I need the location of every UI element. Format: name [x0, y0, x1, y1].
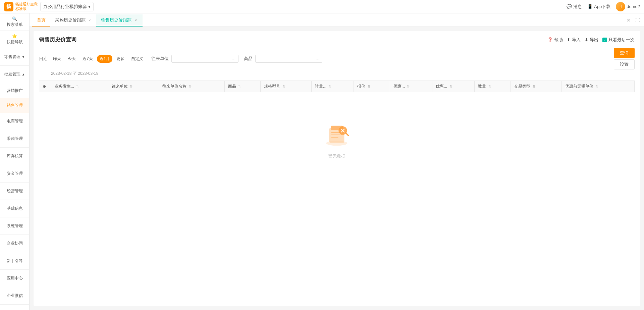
page-actions: ❓ 帮助 ⬆ 导入 ⬇ 导出 ✓ 只看最后一次 — [547, 37, 635, 43]
sidebar-item-membership[interactable]: 畅会员 — [0, 305, 29, 310]
gear-icon[interactable]: ⚙ — [43, 84, 46, 89]
content-area: 首页 采购历史价跟踪 × 销售历史价跟踪 × ✕ ⛶ 销售历史价查询 — [30, 13, 644, 310]
sidebar-item-wechat[interactable]: 企业微信 — [0, 287, 29, 305]
table-col-discount1[interactable]: 优惠... ⇅ — [390, 81, 432, 92]
sidebar-item-wholesale[interactable]: 批发管理 ▲ — [0, 66, 29, 83]
unit-filter-dots-icon[interactable]: ··· — [232, 56, 236, 61]
unit-filter-label: 往来单位 — [151, 56, 169, 62]
close-tab-purchase-icon[interactable]: × — [88, 18, 92, 22]
sidebar-item-enterprise[interactable]: 企业协同 — [0, 235, 29, 252]
table-col-gear[interactable]: ⚙ — [39, 81, 51, 92]
sidebar-item-retail[interactable]: 零售管理 ▼ — [0, 48, 29, 66]
chevron-up-icon: ▲ — [22, 72, 25, 76]
workspace-selector[interactable]: 办公用品行业模拟账套 ▾ — [40, 2, 94, 11]
sidebar-item-sales[interactable]: 销售管理 — [0, 98, 29, 113]
sidebar-item-app-center[interactable]: 应用中心 — [0, 270, 29, 287]
table-col-product[interactable]: 商品 ⇅ — [224, 81, 261, 92]
chevron-down-icon: ▾ — [88, 4, 91, 9]
page-content: 销售历史价查询 ❓ 帮助 ⬆ 导入 ⬇ 导出 — [30, 27, 644, 310]
sort-arrows-icon: ⇅ — [189, 85, 192, 88]
logo-icon: 畅 — [4, 2, 13, 11]
unit-filter-input-wrapper[interactable]: ··· — [171, 55, 238, 63]
sort-arrows-icon: ⇅ — [488, 85, 491, 88]
table-col-unit-code[interactable]: 往来单位 ⇅ — [108, 81, 159, 92]
sort-arrows-icon: ⇅ — [282, 85, 285, 88]
table-col-trade-type[interactable]: 交易类型 ⇅ — [511, 81, 562, 92]
product-filter-input[interactable] — [258, 56, 314, 61]
table-header: ⚙ 业务发生... ⇅ 往来单位 ⇅ 往来单位名称 — [39, 81, 635, 92]
table-col-unit-name[interactable]: 往来单位名称 ⇅ — [159, 81, 224, 92]
logo-area: 畅 畅捷通好生意 标准版 — [4, 2, 38, 11]
sidebar-item-shortcuts[interactable]: ⭐ 快捷导航 — [0, 31, 29, 48]
date-filter-label: 日期 — [39, 56, 48, 62]
unit-filter-input[interactable] — [174, 56, 230, 61]
sort-arrows-icon: ⇅ — [533, 85, 535, 88]
date-option-7days[interactable]: 近7天 — [80, 55, 96, 63]
filter-bar: 日期 昨天 今天 近7天 近1月 更多 自定义 往来单位 — [39, 48, 635, 69]
top-bar-right: 💬 消息 📱 App下载 d demo2 — [567, 2, 640, 11]
sidebar-item-guide[interactable]: 新手引导 — [0, 252, 29, 270]
download-icon: 📱 — [587, 4, 593, 9]
tab-home[interactable]: 首页 — [32, 14, 50, 27]
sidebar-item-marketing[interactable]: 营销推广 — [0, 83, 29, 98]
tab-sales-history[interactable]: 销售历史价跟踪 × — [96, 14, 142, 27]
table-col-pretax-price[interactable]: 优惠前无税单价 ⇅ — [561, 81, 634, 92]
page-title: 销售历史价查询 — [39, 36, 76, 43]
date-options: 昨天 今天 近7天 近1月 更多 自定义 — [50, 55, 146, 63]
sidebar-item-basic-info[interactable]: 基础信息 — [0, 200, 29, 217]
user-profile[interactable]: d demo2 — [616, 2, 640, 11]
help-button[interactable]: ❓ 帮助 — [547, 37, 563, 43]
date-option-more[interactable]: 更多 — [114, 55, 127, 63]
import-icon: ⬆ — [567, 37, 571, 42]
main-layout: 🔍 搜索菜单 ⭐ 快捷导航 零售管理 ▼ 批发管理 ▲ 营销推广 销售管理 电商… — [0, 13, 644, 310]
sort-arrows-icon: ⇅ — [238, 85, 241, 88]
sidebar-item-finance[interactable]: 资金管理 — [0, 165, 29, 183]
download-action[interactable]: 📱 App下载 — [587, 4, 610, 10]
export-button[interactable]: ⬇ 导出 — [585, 37, 598, 43]
sidebar-item-operations[interactable]: 经营管理 — [0, 183, 29, 200]
sidebar: 🔍 搜索菜单 ⭐ 快捷导航 零售管理 ▼ 批发管理 ▲ 营销推广 销售管理 电商… — [0, 13, 30, 310]
sort-arrows-icon: ⇅ — [130, 85, 132, 88]
sort-arrows-icon: ⇅ — [595, 85, 598, 88]
unit-filter-group: 往来单位 ··· — [151, 55, 238, 63]
top-bar-left: 畅 畅捷通好生意 标准版 办公用品行业模拟账套 ▾ — [4, 2, 94, 11]
date-filter-group: 日期 昨天 今天 近7天 近1月 更多 自定义 — [39, 55, 146, 63]
sidebar-item-ecommerce[interactable]: 电商管理 — [0, 113, 29, 130]
top-bar: 畅 畅捷通好生意 标准版 办公用品行业模拟账套 ▾ 💬 消息 📱 App下载 d… — [0, 0, 644, 13]
data-table: ⚙ 业务发生... ⇅ 往来单位 ⇅ 往来单位名称 — [39, 81, 635, 92]
tab-purchase-history[interactable]: 采购历史价跟踪 × — [50, 14, 96, 27]
sidebar-item-system[interactable]: 系统管理 — [0, 217, 29, 235]
product-filter-input-wrapper[interactable]: ··· — [255, 55, 322, 63]
username-label: demo2 — [627, 4, 640, 9]
close-tab-sales-icon[interactable]: × — [133, 18, 138, 22]
table-col-price[interactable]: 报价 ⇅ — [354, 81, 390, 92]
export-icon: ⬇ — [585, 37, 588, 42]
sidebar-item-purchase[interactable]: 采购管理 — [0, 130, 29, 148]
sort-arrows-icon: ⇅ — [449, 85, 452, 88]
date-option-today[interactable]: 今天 — [65, 55, 78, 63]
table-col-qty[interactable]: 数量 ⇅ — [475, 81, 511, 92]
close-all-tabs-icon[interactable]: ✕ — [625, 16, 632, 24]
import-button[interactable]: ⬆ 导入 — [567, 37, 581, 43]
message-action[interactable]: 💬 消息 — [567, 4, 582, 10]
sort-arrows-icon: ⇅ — [328, 85, 331, 88]
table-col-biz-date[interactable]: 业务发生... ⇅ — [51, 81, 108, 92]
date-option-yesterday[interactable]: 昨天 — [50, 55, 64, 63]
product-filter-dots-icon[interactable]: ··· — [316, 56, 320, 61]
product-filter-group: 商品 ··· — [244, 55, 322, 63]
query-button[interactable]: 查询 — [614, 48, 635, 58]
expand-icon[interactable]: ⛶ — [634, 16, 641, 24]
workspace-label: 办公用品行业模拟账套 — [43, 4, 87, 10]
table-col-spec[interactable]: 规格型号 ⇅ — [261, 81, 312, 92]
help-icon: ❓ — [547, 37, 553, 42]
settings-button[interactable]: 设置 — [614, 59, 635, 69]
sidebar-item-inventory[interactable]: 库存核算 — [0, 148, 29, 165]
only-last-checkbox-label[interactable]: ✓ 只看最后一次 — [602, 37, 635, 43]
date-option-custom[interactable]: 自定义 — [128, 55, 146, 63]
product-filter-label: 商品 — [244, 56, 253, 62]
table-col-discount2[interactable]: 优惠... ⇅ — [432, 81, 475, 92]
sidebar-item-search[interactable]: 🔍 搜索菜单 — [0, 13, 29, 31]
table-col-unit[interactable]: 计量... ⇅ — [312, 81, 354, 92]
date-option-1month[interactable]: 近1月 — [97, 55, 113, 63]
tab-bar: 首页 采购历史价跟踪 × 销售历史价跟踪 × ✕ ⛶ — [30, 13, 644, 27]
